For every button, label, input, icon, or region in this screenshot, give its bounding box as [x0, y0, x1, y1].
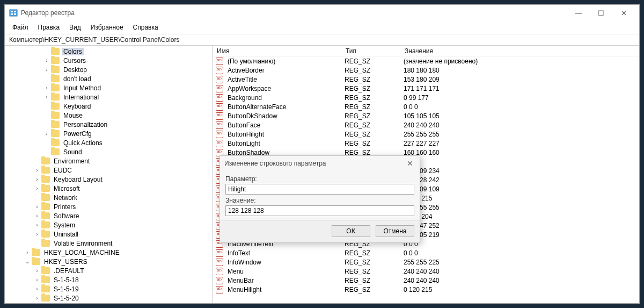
expand-closed-icon[interactable]: ›	[34, 231, 40, 237]
tree-item[interactable]: ›PowerCfg	[5, 129, 212, 138]
expand-closed-icon[interactable]: ›	[43, 85, 50, 91]
svg-rect-3	[14, 11, 16, 12]
dialog-close-button[interactable]: ✕	[405, 159, 415, 168]
expand-open-icon[interactable]: ⌄	[24, 259, 31, 264]
value-input[interactable]	[225, 205, 414, 216]
expand-closed-icon[interactable]: ›	[34, 213, 40, 219]
maximize-button[interactable]: ☐	[590, 5, 612, 20]
value-row[interactable]: InfoWindowREG_SZ255 255 225	[213, 257, 639, 267]
folder-icon	[41, 285, 50, 292]
address-bar[interactable]: Компьютер\HKEY_CURRENT_USER\Control Pane…	[5, 34, 639, 46]
value-row[interactable]: InfoTextREG_SZ0 0 0	[213, 248, 639, 257]
header-name[interactable]: Имя	[213, 46, 341, 56]
expand-closed-icon[interactable]: ›	[34, 185, 40, 191]
tree-item[interactable]: ›S-1-5-19	[5, 284, 212, 293]
cancel-button[interactable]: Отмена	[376, 225, 414, 237]
tree-item[interactable]: ·Quick Actions	[5, 138, 212, 147]
tree-item[interactable]: ›Microsoft	[5, 184, 212, 193]
tree-item[interactable]: ·Keyboard	[5, 102, 212, 111]
menu-file[interactable]: Файл	[8, 22, 33, 33]
value-type: REG_SZ	[340, 76, 399, 83]
value-row[interactable]: MenuBarREG_SZ240 240 240	[213, 276, 639, 285]
tree-item[interactable]: ›Cursors	[5, 56, 212, 65]
tree-item[interactable]: ·Colors	[5, 47, 212, 56]
tree-item-label: Quick Actions	[62, 139, 104, 147]
expand-closed-icon[interactable]: ›	[34, 295, 40, 301]
expand-closed-icon[interactable]: ›	[24, 249, 31, 255]
minimize-button[interactable]: —	[567, 5, 590, 20]
tree-item[interactable]: ›S-1-5-20	[5, 293, 212, 303]
tree-item-label: Software	[52, 212, 80, 220]
string-value-icon	[216, 103, 223, 111]
menu-favorites[interactable]: Избранное	[86, 22, 128, 33]
menu-view[interactable]: Вид	[65, 22, 85, 33]
tree-item[interactable]: ›Keyboard Layout	[5, 175, 212, 184]
tree-item[interactable]: ⌄HKEY_USERS	[5, 257, 212, 266]
value-row[interactable]: ActiveTitleREG_SZ153 180 209	[213, 75, 639, 84]
folder-icon	[51, 121, 60, 128]
header-value[interactable]: Значение	[400, 46, 639, 56]
value-row[interactable]: ButtonAlternateFaceREG_SZ0 0 0	[213, 102, 639, 111]
header-type[interactable]: Тип	[341, 46, 400, 56]
expand-closed-icon[interactable]: ›	[34, 167, 40, 173]
tree-item[interactable]: ›.DEFAULT	[5, 266, 212, 275]
expand-closed-icon[interactable]: ›	[43, 58, 50, 63]
value-type: REG_SZ	[340, 131, 399, 138]
expand-closed-icon[interactable]: ›	[34, 176, 40, 182]
param-input[interactable]	[225, 184, 414, 195]
tree-item[interactable]: ·Personalization	[5, 120, 212, 129]
expand-closed-icon[interactable]: ›	[43, 131, 50, 137]
tree-item[interactable]: ›S-1-5-18	[5, 275, 212, 284]
value-row[interactable]: ButtonFaceREG_SZ240 240 240	[213, 120, 639, 130]
value-row[interactable]: ButtonLightREG_SZ227 227 227	[213, 139, 639, 148]
value-row[interactable]: MenuHilightREG_SZ0 120 215	[213, 285, 639, 294]
tree-item[interactable]: ›Software	[5, 211, 212, 220]
titlebar: Редактор реестра — ☐ ✕	[5, 5, 639, 21]
expand-closed-icon[interactable]: ›	[34, 204, 40, 210]
tree-item[interactable]: ›Input Method	[5, 83, 212, 92]
value-data: 153 180 209	[399, 76, 639, 83]
value-data: 240 240 240	[399, 268, 639, 275]
tree-item[interactable]: ·Environment	[5, 156, 212, 166]
svg-rect-0	[10, 10, 17, 16]
value-row[interactable]: AppWorkspaceREG_SZ171 171 171	[213, 84, 639, 93]
tree-item[interactable]: ›Uninstall	[5, 230, 212, 239]
ok-button[interactable]: OK	[332, 225, 370, 237]
value-row[interactable]: ButtonHilightREG_SZ255 255 255	[213, 130, 639, 139]
tree-item[interactable]: ·Mouse	[5, 111, 212, 120]
expand-closed-icon[interactable]: ›	[43, 67, 50, 73]
tree-item[interactable]: ›Printers	[5, 202, 212, 211]
expand-closed-icon[interactable]: ›	[34, 277, 40, 283]
expand-closed-icon[interactable]: ›	[43, 94, 50, 100]
folder-icon	[51, 112, 60, 119]
value-row[interactable]: ActiveBorderREG_SZ180 180 180	[213, 66, 639, 75]
folder-icon	[51, 84, 60, 91]
tree-item[interactable]: ·Volatile Environment	[5, 239, 212, 248]
folder-icon	[41, 267, 50, 274]
tree-item[interactable]: ›System	[5, 220, 212, 230]
tree-item[interactable]: ›International	[5, 92, 212, 102]
tree-item[interactable]: ›Desktop	[5, 65, 212, 74]
expand-closed-icon[interactable]: ›	[34, 286, 40, 292]
tree-item[interactable]: ›EUDC	[5, 166, 212, 175]
value-row[interactable]: MenuREG_SZ240 240 240	[213, 267, 639, 276]
tree-item[interactable]: ·don't load	[5, 74, 212, 83]
close-button[interactable]: ✕	[612, 5, 635, 20]
value-row[interactable]: BackgroundREG_SZ0 99 177	[213, 93, 639, 102]
tree-item[interactable]: ·Network	[5, 193, 212, 202]
tree-item-label: International	[62, 94, 100, 101]
regedit-window: Редактор реестра — ☐ ✕ Файл Правка Вид И…	[4, 4, 640, 304]
tree-item-label: Network	[52, 194, 79, 202]
expand-closed-icon[interactable]: ›	[34, 268, 40, 274]
folder-icon	[41, 276, 50, 283]
expand-closed-icon[interactable]: ›	[34, 222, 40, 228]
value-row[interactable]: (По умолчанию)REG_SZ(значение не присвое…	[213, 56, 639, 66]
value-row[interactable]: ButtonDkShadowREG_SZ105 105 105	[213, 111, 639, 120]
tree-item[interactable]: ·Sound	[5, 147, 212, 156]
expand-none: ·	[43, 76, 50, 82]
menu-help[interactable]: Справка	[129, 22, 163, 33]
menu-edit[interactable]: Правка	[34, 22, 64, 33]
tree-pane[interactable]: ·Colors›Cursors›Desktop·don't load›Input…	[5, 46, 213, 303]
folder-icon	[41, 167, 50, 174]
tree-item[interactable]: ›HKEY_LOCAL_MACHINE	[5, 248, 212, 257]
